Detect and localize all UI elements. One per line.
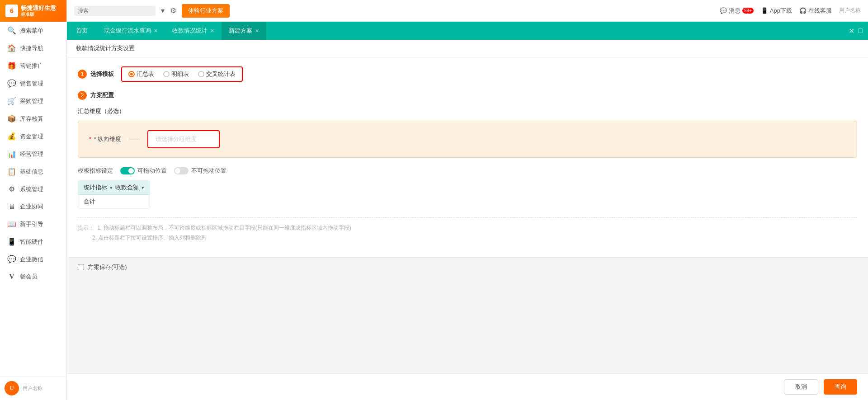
hardware-icon: 📱 xyxy=(7,237,16,246)
tab-close-icon[interactable]: ✕ xyxy=(154,28,158,34)
guide-icon: 📖 xyxy=(7,220,16,228)
radio-circle-detail xyxy=(163,71,170,77)
sidebar-item-member[interactable]: V 畅会员 xyxy=(0,268,66,285)
radio-detail[interactable]: 明细表 xyxy=(163,70,189,78)
indicator-table-header[interactable]: 统计指标 ▾ 收款金额 ▾ xyxy=(78,181,150,195)
tab-close-icon[interactable]: ✕ xyxy=(255,28,259,34)
sidebar-item-marketing[interactable]: 🎁 营销推广 xyxy=(0,57,66,75)
sidebar-footer: U 用户名称 xyxy=(0,376,66,400)
tab-close-all-button[interactable]: ✕ xyxy=(849,27,854,35)
tab-minimize-button[interactable]: □ xyxy=(858,27,863,35)
wechat-icon: 💬 xyxy=(7,255,16,264)
bottom-action-bar: 取消 查询 xyxy=(67,373,868,400)
toggle-not-draggable[interactable]: 不可拖动位置 xyxy=(174,167,226,175)
message-icon: 💬 xyxy=(720,7,727,14)
sidebar-item-label: 销售管理 xyxy=(20,80,43,88)
tab-home[interactable]: 首页 xyxy=(67,22,97,40)
toggle-draggable[interactable]: 可拖动位置 xyxy=(120,167,167,175)
sidebar-item-label: 基础信息 xyxy=(20,168,43,176)
indicator-title: 模板指标设定 xyxy=(78,167,113,175)
toggle-draggable-box[interactable] xyxy=(120,167,135,174)
sidebar-item-wechat[interactable]: 💬 企业微信 xyxy=(0,250,66,268)
sidebar-item-guide[interactable]: 📖 新手引导 xyxy=(0,215,66,233)
dimension-select-box[interactable]: 请选择分组维度 xyxy=(147,130,220,148)
sidebar-item-label: 新手引导 xyxy=(20,220,43,228)
dropdown-button[interactable]: ▾ xyxy=(161,6,165,15)
tab-receipt-stats[interactable]: 收款情况统计 ✕ xyxy=(165,22,222,40)
dimension-row-label: * * 纵向维度 xyxy=(89,135,121,143)
sidebar-item-label: 智能硬件 xyxy=(20,238,43,246)
form-section: 1 选择模板 汇总表 明细表 交叉统计表 xyxy=(67,57,868,257)
radio-circle-summary xyxy=(128,71,135,77)
indicator-table-row: 合计 xyxy=(78,195,150,208)
box-icon: 📦 xyxy=(7,114,16,123)
chevron-down-icon-2: ▾ xyxy=(142,185,144,191)
dimension-container: 汇总维度（必选） * * 纵向维度 —— 请选择分组维度 xyxy=(78,107,857,158)
sidebar-item-inventory[interactable]: 📦 库存核算 xyxy=(0,110,66,127)
user-name: 用户名称 xyxy=(23,385,42,392)
sidebar-item-label: 系统管理 xyxy=(20,185,43,193)
sidebar-item-enterprise[interactable]: 🖥 企业协同 xyxy=(0,198,66,215)
sidebar-item-operations[interactable]: 📊 经营管理 xyxy=(0,145,66,163)
sidebar-item-label: 采购管理 xyxy=(20,97,43,105)
message-badge: 99+ xyxy=(742,8,754,14)
sidebar-item-system[interactable]: ⚙ 系统管理 xyxy=(0,180,66,198)
messages-button[interactable]: 💬 消息 99+ xyxy=(720,7,754,15)
tip1-text: 提示： 1. 拖动标题栏可以调整布局，不可跨维度或指标区域拖动栏目字段(只能在同… xyxy=(78,223,857,233)
sidebar-item-basic-info[interactable]: 📋 基础信息 xyxy=(0,163,66,180)
step2-row: 2 方案配置 汇总维度（必选） * * 纵向维度 —— xyxy=(78,91,857,248)
sidebar-item-label: 快捷导航 xyxy=(20,44,43,52)
money-icon: 💰 xyxy=(7,132,16,141)
page-title: 收款情况统计方案设置 xyxy=(76,45,135,52)
download-button[interactable]: 📱 App下载 xyxy=(761,7,792,15)
breadcrumb-search[interactable] xyxy=(74,6,156,16)
sidebar-item-label: 搜索菜单 xyxy=(20,27,43,35)
main-content: ▾ ⚙ 体验行业方案 💬 消息 99+ 📱 App下载 🎧 在线客服 用户名称 … xyxy=(67,0,868,400)
monitor-icon: 🖥 xyxy=(7,202,16,211)
sidebar-item-purchase[interactable]: 🛒 采购管理 xyxy=(0,92,66,110)
save-plan-checkbox[interactable] xyxy=(78,264,84,270)
sidebar-logo: 6 畅捷通好生意 标准版 xyxy=(0,0,66,22)
step2-badge: 2 xyxy=(78,91,87,100)
radio-cross[interactable]: 交叉统计表 xyxy=(198,70,236,78)
settings-button[interactable]: ⚙ xyxy=(170,6,176,15)
sidebar-item-label: 经营管理 xyxy=(20,150,43,158)
tab-cash-flow[interactable]: 现金银行流水查询 ✕ xyxy=(97,22,165,40)
search-menu-icon: 🔍 xyxy=(7,26,16,35)
sidebar-item-label: 营销推广 xyxy=(20,62,43,70)
download-icon: 📱 xyxy=(761,7,768,14)
header-right: 💬 消息 99+ 📱 App下载 🎧 在线客服 用户名称 xyxy=(720,7,861,15)
dimension-arrow: —— xyxy=(128,136,140,143)
avatar: U xyxy=(5,381,19,395)
template-radio-group: 汇总表 明细表 交叉统计表 xyxy=(121,66,243,82)
query-button[interactable]: 查询 xyxy=(824,379,857,395)
cancel-button[interactable]: 取消 xyxy=(784,379,818,395)
dimension-row: * * 纵向维度 —— 请选择分组维度 xyxy=(89,130,846,148)
tab-bar: 首页 现金银行流水查询 ✕ 收款情况统计 ✕ 新建方案 ✕ ✕ □ xyxy=(67,22,868,40)
page-header: 收款情况统计方案设置 xyxy=(67,40,868,57)
page-footer: 方案保存(可选) xyxy=(67,257,868,277)
sidebar-item-sales[interactable]: 💬 销售管理 xyxy=(0,75,66,92)
industry-button[interactable]: 体验行业方案 xyxy=(182,4,230,18)
sidebar-item-finance[interactable]: 💰 资金管理 xyxy=(0,127,66,145)
tab-close-icon[interactable]: ✕ xyxy=(210,28,214,34)
indicator-section: 模板指标设定 可拖动位置 不可拖动位置 统计指标 ▾ xyxy=(78,167,857,210)
indicator-toggle-row: 模板指标设定 可拖动位置 不可拖动位置 xyxy=(78,167,857,175)
sales-icon: 💬 xyxy=(7,79,16,88)
dimension-area: * * 纵向维度 —— 请选择分组维度 xyxy=(78,121,857,158)
sidebar-item-hardware[interactable]: 📱 智能硬件 xyxy=(0,233,66,250)
radio-summary[interactable]: 汇总表 xyxy=(128,70,154,78)
gear-icon: ⚙ xyxy=(7,185,16,193)
sidebar-item-label: 库存核算 xyxy=(20,115,43,123)
toggle-not-draggable-box[interactable] xyxy=(174,167,189,174)
sidebar-item-quick-nav[interactable]: 🏠 快捷导航 xyxy=(0,39,66,57)
tip-label: 提示： xyxy=(78,225,94,231)
member-icon: V xyxy=(7,273,16,281)
tab-new-plan[interactable]: 新建方案 ✕ xyxy=(222,22,266,40)
sidebar-item-search-menu[interactable]: 🔍 搜索菜单 xyxy=(0,22,66,39)
step2-label: 方案配置 xyxy=(90,91,114,99)
radio-circle-cross xyxy=(198,71,204,77)
step1-label: 选择模板 xyxy=(90,70,114,78)
step2-title-row: 2 方案配置 xyxy=(78,91,857,100)
service-button[interactable]: 🎧 在线客服 xyxy=(799,7,832,15)
